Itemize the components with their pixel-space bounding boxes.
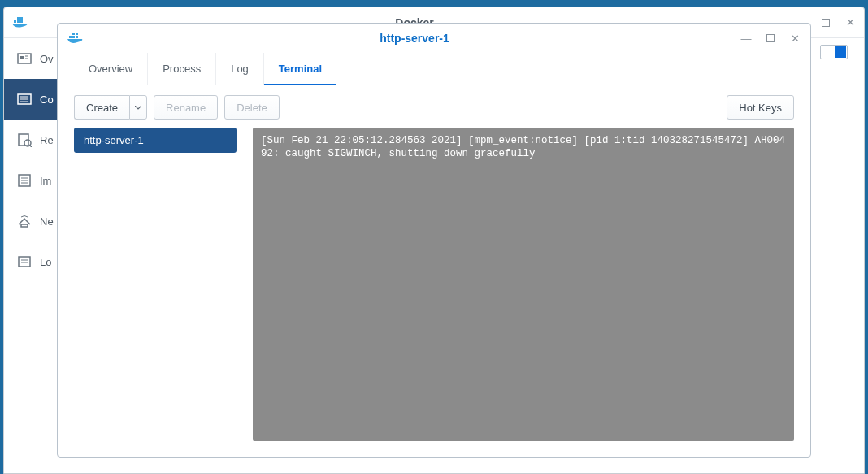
hotkeys-button[interactable]: Hot Keys <box>727 95 794 120</box>
sidebar-item-overview[interactable]: Ov <box>4 38 63 79</box>
tab-terminal[interactable]: Terminal <box>264 53 336 85</box>
sidebar-item-image[interactable]: Im <box>4 160 63 201</box>
tab-overview[interactable]: Overview <box>74 53 148 85</box>
terminal-window: http-server-1 — ✕ Overview Process Log T… <box>57 23 811 458</box>
right-column: Hot Keys [Sun Feb 21 22:05:12.284563 202… <box>253 95 794 441</box>
sidebar-item-registry[interactable]: Re <box>4 120 63 160</box>
modal-content: Create Rename Delete http-server-1 Hot K… <box>58 85 810 457</box>
maximize-icon[interactable] <box>820 17 831 28</box>
svg-line-16 <box>29 145 32 147</box>
close-icon[interactable]: ✕ <box>789 33 801 44</box>
toggle-handle <box>835 46 846 58</box>
sidebar-item-network[interactable]: Ne <box>4 201 63 241</box>
docker-sidebar: Ov Co Re Im Ne Lo <box>4 38 63 473</box>
svg-rect-22 <box>19 257 30 267</box>
registry-icon <box>17 133 32 147</box>
sidebar-label: Im <box>40 175 51 187</box>
image-icon <box>17 173 32 188</box>
terminal-titlebar: http-server-1 — ✕ <box>58 24 810 53</box>
svg-rect-29 <box>76 33 78 35</box>
minimize-icon[interactable]: — <box>740 33 752 44</box>
button-row: Create Rename Delete <box>74 95 237 120</box>
svg-rect-0 <box>14 20 16 23</box>
svg-rect-3 <box>17 17 20 20</box>
sidebar-label: Lo <box>40 256 51 268</box>
maximize-icon[interactable] <box>765 33 776 44</box>
tab-log[interactable]: Log <box>216 53 264 85</box>
svg-rect-26 <box>72 36 75 38</box>
terminal-output[interactable]: [Sun Feb 21 22:05:12.284563 2021] [mpm_e… <box>253 128 794 441</box>
svg-rect-5 <box>822 19 830 26</box>
modal-window-controls: — ✕ <box>740 33 801 44</box>
svg-rect-4 <box>20 17 23 20</box>
sidebar-item-log[interactable]: Lo <box>4 241 63 282</box>
left-column: Create Rename Delete http-server-1 <box>74 95 237 441</box>
rename-button[interactable]: Rename <box>154 95 218 120</box>
docker-logo-icon <box>67 30 89 46</box>
svg-rect-7 <box>20 56 24 59</box>
network-icon <box>17 214 32 228</box>
sidebar-label: Ov <box>40 53 54 65</box>
right-toolbar: Hot Keys <box>253 95 794 120</box>
tab-process[interactable]: Process <box>148 53 216 85</box>
create-dropdown-button[interactable] <box>129 95 147 120</box>
svg-rect-25 <box>69 36 72 38</box>
log-icon <box>17 254 32 269</box>
modal-title: http-server-1 <box>89 32 740 45</box>
create-button[interactable]: Create <box>74 95 129 120</box>
svg-rect-21 <box>21 224 28 227</box>
terminal-session-item[interactable]: http-server-1 <box>74 128 237 153</box>
sidebar-label: Re <box>40 134 54 146</box>
sidebar-label: Ne <box>40 215 54 228</box>
svg-rect-27 <box>76 36 78 38</box>
sidebar-label: Co <box>40 93 54 106</box>
svg-rect-30 <box>767 35 775 42</box>
overview-icon <box>17 51 32 66</box>
close-icon[interactable]: ✕ <box>844 17 856 28</box>
tabs: Overview Process Log Terminal <box>58 53 810 85</box>
sidebar-item-container[interactable]: Co <box>4 79 63 120</box>
docker-toolbar-right <box>820 45 848 59</box>
container-toggle[interactable] <box>820 45 848 59</box>
svg-rect-2 <box>20 20 23 23</box>
svg-rect-1 <box>17 20 20 23</box>
create-button-split: Create <box>74 95 147 120</box>
svg-rect-6 <box>18 54 31 63</box>
docker-logo-icon <box>12 15 33 30</box>
svg-rect-28 <box>72 33 75 35</box>
chevron-down-icon <box>135 106 141 110</box>
container-icon <box>17 92 32 107</box>
